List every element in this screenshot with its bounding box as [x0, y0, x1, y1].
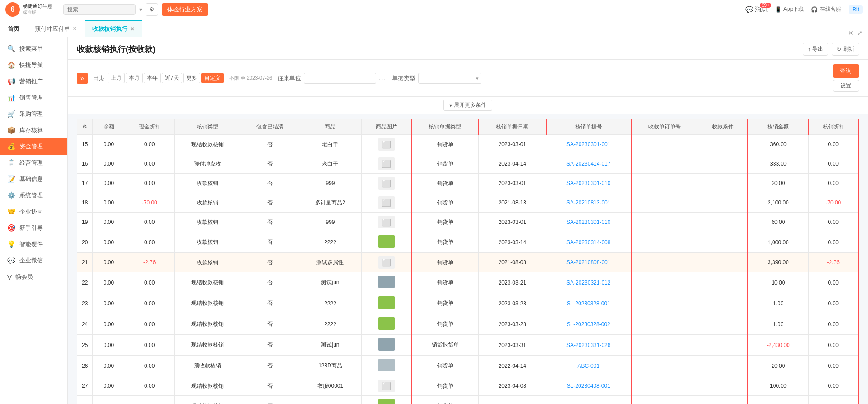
cell-voucher-no[interactable]: SA-20210813-001 — [546, 193, 631, 213]
sidebar-item-finance[interactable]: 💰 资金管理 — [0, 138, 67, 155]
cell-type: 现结收款核销 — [174, 396, 241, 404]
voucher-type-select[interactable] — [418, 73, 481, 84]
date-btn-last-month[interactable]: 上月 — [108, 73, 125, 83]
sidebar-item-wechat[interactable]: 💬 企业微信 — [0, 252, 67, 269]
sidebar-item-search[interactable]: 🔍 搜索菜单 — [0, 41, 67, 57]
chevron-down-icon: ▾ — [449, 102, 452, 109]
voucher-no-link[interactable]: SA-20230301-010 — [566, 219, 610, 225]
cell-order-no — [631, 193, 698, 213]
sidebar-label-nav: 快捷导航 — [19, 61, 43, 69]
goods-thumbnail: ⬜ — [378, 196, 395, 209]
close-window-icon[interactable]: ✕ — [848, 29, 854, 37]
tab-collection[interactable]: 收款核销执行 ✕ — [85, 20, 142, 37]
sidebar-item-vip[interactable]: V 畅会员 — [0, 269, 67, 285]
settings-button[interactable]: 设置 — [833, 80, 859, 92]
maximize-window-icon[interactable]: ⤢ — [857, 29, 863, 37]
export-button[interactable]: ↑ 导出 — [803, 43, 828, 56]
tab-collection-close[interactable]: ✕ — [130, 26, 134, 32]
goods-thumbnail: ⬜ — [378, 138, 395, 151]
cell-voucher-no[interactable]: SA-20230301-010 — [546, 174, 631, 193]
cell-voucher-no[interactable]: SA-20230414-017 — [546, 154, 631, 174]
voucher-no-link[interactable]: SA-20230301-010 — [566, 180, 610, 186]
cell-cash-discount: 0.00 — [125, 154, 174, 174]
voucher-no-link[interactable]: SA-20210813-001 — [566, 200, 610, 206]
window-buttons: ✕ ⤢ — [848, 29, 868, 37]
company-input[interactable] — [304, 73, 376, 84]
voucher-no-link[interactable]: SA-20230321-012 — [566, 280, 610, 286]
cell-type: 现结收款核销 — [174, 293, 241, 314]
query-button[interactable]: 查询 — [833, 64, 859, 78]
sidebar-item-hardware[interactable]: 💡 智能硬件 — [0, 236, 67, 252]
tab-home[interactable]: 首页 — [0, 20, 27, 37]
sidebar-item-nav[interactable]: 🏠 快捷导航 — [0, 57, 67, 73]
cell-voucher-no[interactable]: SA-20230321-012 — [546, 272, 631, 293]
industry-button[interactable]: 体验行业方案 — [162, 3, 208, 16]
voucher-no-link[interactable]: SA-20230301-001 — [566, 141, 610, 147]
cell-discount: 0.00 — [808, 272, 859, 293]
cell-settled: 否 — [241, 232, 299, 253]
hardware-icon: 💡 — [7, 240, 16, 248]
search-input[interactable] — [63, 4, 136, 15]
notification-icon[interactable]: 💬 消息 99+ — [745, 5, 768, 14]
date-btn-this-year[interactable]: 本年 — [144, 73, 161, 83]
voucher-no-link[interactable]: SL-20230408-001 — [567, 383, 610, 389]
sidebar-item-collab[interactable]: 🤝 企业协同 — [0, 204, 67, 220]
sidebar-item-operation[interactable]: 📋 经营管理 — [0, 155, 67, 171]
sidebar-label-search: 搜索菜单 — [19, 45, 43, 53]
cell-voucher-no[interactable]: SL-20230328-002 — [546, 314, 631, 335]
sidebar-label-hardware: 智能硬件 — [19, 240, 43, 248]
sidebar-item-basic[interactable]: 📝 基础信息 — [0, 171, 67, 187]
voucher-no-link[interactable]: SA-20210808-001 — [566, 259, 610, 266]
date-btn-7days[interactable]: 近7天 — [162, 73, 182, 83]
cell-amount: 2,100.00 — [748, 193, 808, 213]
date-btn-more[interactable]: 更多 — [183, 73, 200, 83]
search-dropdown-icon[interactable]: ▾ — [139, 6, 142, 13]
table-row: 27 0.00 0.00 现结收款核销 否 衣服00001 ⬜ 销货单 2023… — [77, 376, 859, 396]
cell-voucher-no[interactable]: ABC-001 — [546, 356, 631, 376]
cell-voucher-no[interactable]: SA-20230301-010 — [546, 213, 631, 232]
cell-pay-cond — [698, 376, 748, 396]
voucher-no-link[interactable]: SA-20230314-008 — [566, 239, 610, 246]
cell-type: 收款核销 — [174, 174, 241, 193]
th-settings[interactable]: ⚙ — [77, 119, 93, 135]
page-header: 收款核销执行(按收款) ↑ 导出 ↻ 刷新 — [68, 37, 868, 60]
filter-bar: » 日期 上月 本月 本年 近7天 更多 自定义 不限 至 2023-07-26… — [68, 60, 868, 97]
voucher-no-link[interactable]: SL-20230328-001 — [567, 300, 610, 307]
voucher-no-link[interactable]: SA-20230331-026 — [566, 342, 610, 348]
cell-cash-discount: 0.00 — [125, 135, 174, 154]
voucher-no-link[interactable]: SL-20230328-002 — [567, 321, 610, 328]
cell-order-no — [631, 232, 698, 253]
voucher-no-link[interactable]: ABC-001 — [577, 363, 599, 369]
cell-voucher-no[interactable]: SL-20230418-001 — [546, 396, 631, 404]
sidebar-item-marketing[interactable]: 📢 营销推广 — [0, 73, 67, 90]
wechat-icon: 💬 — [7, 257, 16, 265]
cell-voucher-no[interactable]: SA-20230314-008 — [546, 232, 631, 253]
online-service[interactable]: 🎧 在线客服 — [811, 5, 841, 13]
tab-prepay-close[interactable]: ✕ — [73, 26, 77, 32]
cell-voucher-no[interactable]: SA-20230301-001 — [546, 135, 631, 154]
cell-type: 现结收款核销 — [174, 314, 241, 335]
app-download[interactable]: 📱 App下载 — [775, 5, 804, 13]
date-btn-custom[interactable]: 自定义 — [201, 73, 224, 83]
sidebar-item-sales[interactable]: 📊 销售管理 — [0, 90, 67, 106]
sidebar-item-system[interactable]: ⚙️ 系统管理 — [0, 187, 67, 204]
expand-filter-button[interactable]: » — [77, 73, 88, 84]
cell-voucher-no[interactable]: SL-20230408-001 — [546, 376, 631, 396]
voucher-no-link[interactable]: SA-20230414-017 — [566, 161, 610, 167]
refresh-button[interactable]: ↻ 刷新 — [832, 43, 859, 56]
cell-discount: 0.00 — [808, 356, 859, 376]
sidebar-item-guide[interactable]: 🎯 新手引导 — [0, 220, 67, 236]
user-avatar[interactable]: Rit — [849, 5, 863, 14]
sidebar-item-purchase[interactable]: 🛒 采购管理 — [0, 106, 67, 122]
cell-amount: 1.00 — [748, 293, 808, 314]
settings-icon[interactable]: ⚙ — [146, 3, 158, 16]
cell-voucher-no[interactable]: SA-20230331-026 — [546, 335, 631, 356]
cell-voucher-no[interactable]: SL-20230328-001 — [546, 293, 631, 314]
sidebar-item-inventory[interactable]: 📦 库存核算 — [0, 122, 67, 138]
tab-prepay[interactable]: 预付冲应付单 ✕ — [27, 20, 85, 37]
cell-voucher-no[interactable]: SA-20210808-001 — [546, 253, 631, 272]
cell-id: 20 — [77, 232, 93, 253]
cell-img: ⬜ — [362, 213, 411, 232]
expand-more-button[interactable]: ▾ 展开更多条件 — [443, 100, 492, 111]
date-btn-this-month[interactable]: 本月 — [126, 73, 143, 83]
